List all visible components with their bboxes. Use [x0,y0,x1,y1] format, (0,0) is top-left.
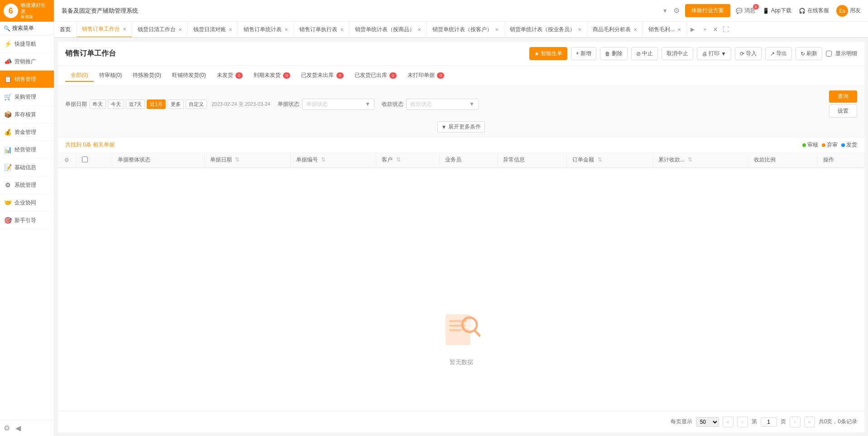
sidebar-item-operation[interactable]: 📊 经营管理 [0,141,54,159]
tab-close-icon[interactable]: ✕ [229,27,232,32]
table-col-number[interactable]: 单据编号 ⇅ [290,152,376,168]
filter-tab-wangpu-pending[interactable]: 旺铺待发货(0) [167,70,211,82]
tab-close-icon[interactable]: ✕ [417,27,421,32]
tab-sales-gross[interactable]: 销售毛利... ✕ [643,22,687,38]
user-menu-button[interactable]: Ea 用友 [836,5,861,17]
refresh-button[interactable]: ↻ 刷新 [796,47,822,60]
smart-create-button[interactable]: ★ 智能生单 [529,47,567,60]
table-col-checkbox[interactable] [76,152,112,168]
filter-tab-pending-review[interactable]: 待审核(0) [94,70,128,82]
filter-tab-pending-inspect[interactable]: 待拣验货(0) [127,70,167,82]
first-page-button[interactable]: « [723,417,734,427]
table-scroll-container[interactable]: ⚙ 单据整体状态 单据日期 ⇅ [58,152,864,264]
batch-approve-button[interactable]: 审核 [802,141,818,149]
tab-sales-order-workbench[interactable]: 销售订单工作台 ✕ [77,22,132,38]
table-col-collected[interactable]: 累计收款... ⇅ [652,152,748,168]
prev-page-button[interactable]: ‹ [737,417,748,427]
delete-button[interactable]: 🗑 删除 [600,47,628,60]
tab-daily-reconcile[interactable]: 钱货日清对账 ✕ [188,22,238,38]
import-button[interactable]: ⟳ 导入 [735,47,762,60]
tab-close-icon[interactable]: ✕ [284,27,288,32]
export-button[interactable]: ↗ 导出 [765,47,792,60]
tab-more-button[interactable]: ▶ [687,26,698,33]
online-service-button[interactable]: 🎧 在线客服 [799,7,829,14]
tab-fullscreen-icon[interactable]: ⛶ [721,25,731,34]
tab-close-icon[interactable]: ✕ [677,27,681,32]
tutorial-icon: 🎯 [4,216,12,224]
today-btn[interactable]: 今天 [108,100,124,109]
sidebar-item-inventory[interactable]: 📦 库存核算 [0,106,54,123]
tab-close-icon[interactable]: ✕ [578,27,581,32]
sidebar-item-sales[interactable]: 📋 销售管理 [0,71,54,88]
system-dropdown[interactable]: ▼ [662,8,668,14]
tab-gross-profit[interactable]: 商品毛利分析表 ✕ [587,22,643,38]
sidebar-item-basicinfo[interactable]: 📝 基础信息 [0,159,54,176]
sidebar-item-finance[interactable]: 💰 资金管理 [0,123,54,141]
yesterday-btn[interactable]: 昨天 [90,100,106,109]
payment-filter-select[interactable]: 收款状态 ▼ [406,99,479,110]
tab-close-all-icon[interactable]: ✕ [711,25,720,34]
query-button[interactable]: 查询 [829,90,857,103]
stop-button[interactable]: ⊘ 中止 [631,47,658,60]
sidebar-item-collab[interactable]: 🤝 企业协同 [0,194,54,212]
table-col-ratio: 收款比例 [748,152,817,168]
status-filter-select[interactable]: 单据状态 ▼ [302,99,374,110]
1month-btn[interactable]: 近1月 [147,100,166,109]
cancel-stop-button[interactable]: 取消中止 [662,47,693,60]
tab-sales-by-customer[interactable]: 销货单统计表（按客户） ✕ [427,22,504,38]
tab-sales-by-product[interactable]: 销货单统计表（按商品） ✕ [350,22,427,38]
7days-btn[interactable]: 近7天 [126,100,145,109]
settings-gear-icon[interactable]: ⚙ [4,424,10,432]
settings-condition-button[interactable]: 设置 [829,104,857,118]
filter-tab-all[interactable]: 全部(0) [65,70,94,82]
tab-daily-clear[interactable]: 钱货日清工作台 ✕ [132,22,188,38]
batch-ship-button[interactable]: 发货 [841,141,857,149]
table-col-customer[interactable]: 客户 ⇅ [376,152,439,168]
sidebar-item-search[interactable]: 🔍 搜索菜单 [0,22,54,35]
tab-close-icon[interactable]: ✕ [633,27,637,32]
show-detail-checkbox-label[interactable]: 显示明细 [826,50,857,57]
tab-close-icon[interactable]: ✕ [340,27,344,32]
expand-conditions-button[interactable]: ▼ 展开更多条件 [437,121,485,133]
filter-tab-shipped-out[interactable]: 已发货已出库 0 [349,70,402,82]
tab-close-icon[interactable]: ✕ [178,27,182,32]
sidebar-item-marketing[interactable]: 📣 营销推广 [0,53,54,71]
batch-reject-button[interactable]: 弃审 [822,141,838,149]
more-date-btn[interactable]: 更多 [168,100,184,109]
tab-close-icon[interactable]: ✕ [495,27,499,32]
column-settings-icon[interactable]: ⚙ [64,157,69,163]
filter-tab-unprinted[interactable]: 未打印单据 0 [402,70,450,82]
collapse-icon[interactable]: ◀ [15,424,21,432]
custom-date-btn[interactable]: 自定义 [186,100,207,109]
table-col-amount[interactable]: 订单金额 ⇅ [567,152,653,168]
filter-tab-overdue-unshipped[interactable]: 到期未发货 0 [248,70,296,82]
tab-plus-icon[interactable]: ＋ [700,24,710,34]
message-button[interactable]: 💬 消息 6 [736,7,755,14]
sidebar-item-tutorial[interactable]: 🎯 新手引导 [0,212,54,229]
topbar-gear-icon[interactable]: ⚙ [673,6,680,15]
sidebar-item-sysadmin[interactable]: ⚙ 系统管理 [0,176,54,194]
next-page-button[interactable]: › [790,417,801,427]
sales-icon: 📋 [4,75,12,83]
industry-solution-button[interactable]: 体验行业方案 [685,4,730,17]
app-download-button[interactable]: 📱 App下载 [762,7,791,14]
per-page-select[interactable]: 50 100 200 [696,417,719,427]
filter-tab-shipped-not-out[interactable]: 已发货未出库 0 [296,70,349,82]
sidebar-bottom: ⚙ ◀ [0,420,54,436]
table-col-date[interactable]: 单据日期 ⇅ [205,152,291,168]
tab-close-icon[interactable]: ✕ [123,27,126,32]
tab-sales-stats[interactable]: 销售订单统计表 ✕ [238,22,294,38]
sidebar-item-purchase[interactable]: 🛒 采购管理 [0,88,54,106]
print-button[interactable]: 🖨 打印 ▼ [697,47,731,60]
tab-sales-by-staff[interactable]: 销货单统计表（按业务员） ✕ [504,22,587,38]
page-input[interactable] [761,417,777,427]
sidebar-item-quicknav[interactable]: ⚡ 快捷导航 [0,35,54,53]
filter-tab-unshipped[interactable]: 未发货 0 [211,70,248,82]
table-col-settings[interactable]: ⚙ [58,152,76,168]
add-button[interactable]: + 新增 [571,47,596,60]
last-page-button[interactable]: » [804,417,815,427]
tab-home[interactable]: 首页 [54,22,77,38]
show-detail-checkbox[interactable] [826,51,832,57]
select-all-checkbox[interactable] [82,156,88,162]
tab-sales-execution[interactable]: 销售订单执行表 ✕ [294,22,350,38]
